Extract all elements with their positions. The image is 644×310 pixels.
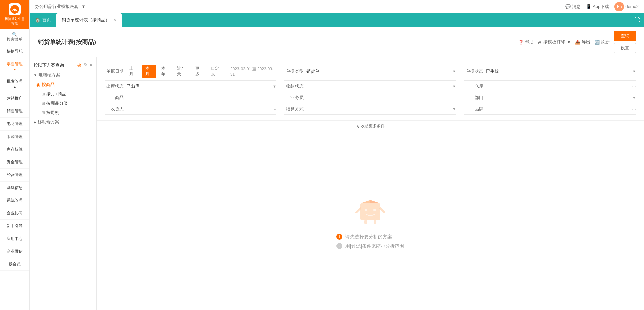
filter-brand: 品牌 ···: [464, 103, 636, 115]
goods-more[interactable]: ···: [272, 95, 276, 100]
edit-scheme-icon[interactable]: ✎: [84, 62, 88, 68]
date-btn-custom[interactable]: 自定义: [208, 65, 226, 78]
filter-staff: 业务员 ···: [284, 92, 456, 103]
app-download-label: App下载: [593, 4, 609, 10]
tree-section-label: 电脑端方案: [38, 72, 60, 78]
message-button[interactable]: 💬 消息: [565, 4, 581, 10]
warehouse-value[interactable]: ···: [486, 84, 636, 89]
filter-area: 单据日期 上月 本月 本年 近7天 更多 自定义 2023-03-01 至 20…: [97, 57, 644, 120]
sidebar-item-retail[interactable]: 零售管理 ▼: [0, 58, 29, 75]
download-icon: 📱: [586, 4, 591, 9]
outbound-value[interactable]: 已出库 ▼: [126, 83, 276, 89]
retail-arrow: ▼: [13, 68, 17, 71]
sidebar-item-sales[interactable]: 销售管理: [0, 105, 29, 118]
app-download-button[interactable]: 📱 App下载: [586, 4, 609, 10]
collapse-panel-icon[interactable]: «: [90, 62, 92, 68]
type-value[interactable]: 销货单 ▼: [306, 68, 456, 74]
staff-more[interactable]: ···: [452, 95, 456, 100]
receiver-value[interactable]: ···: [126, 106, 276, 112]
sidebar-item-ecommerce[interactable]: 电商管理: [0, 118, 29, 131]
sidebar: 畅捷通好生意 标版 🔍 搜索菜单 快捷导航 零售管理 ▼ 批发管理 ▲ 营销推广…: [0, 0, 30, 310]
filter-goods: 商品 ···: [105, 92, 276, 103]
sidebar-item-appcenter[interactable]: 应用中心: [0, 232, 29, 245]
help-button[interactable]: ❓ 帮助: [518, 39, 534, 45]
date-btn-7days[interactable]: 近7天: [174, 65, 190, 78]
settle-value[interactable]: ▼: [306, 107, 456, 111]
help-icon: ❓: [518, 40, 524, 45]
tree-item-by-category[interactable]: ⊞ 按商品分类: [30, 99, 96, 108]
brand-more[interactable]: ···: [632, 106, 636, 112]
search-menu[interactable]: 🔍 搜索菜单: [0, 29, 29, 45]
svg-point-5: [365, 209, 367, 211]
settle-label: 结算方式: [284, 106, 306, 112]
left-panel-actions: ⊕ ✎ «: [77, 62, 92, 68]
status-value[interactable]: 已生效 ▼: [486, 68, 636, 74]
tab-minimize-icon[interactable]: ─: [628, 17, 632, 23]
tab-home-label: 首页: [42, 17, 51, 23]
status-label: 单据状态: [464, 68, 486, 74]
sidebar-quick-nav[interactable]: 快捷导航: [0, 45, 29, 58]
appcenter-label: 应用中心: [7, 236, 23, 242]
sidebar-item-system[interactable]: 系统管理: [0, 194, 29, 207]
main-panel: 单据日期 上月 本月 本年 近7天 更多 自定义 2023-03-01 至 20…: [97, 57, 644, 310]
receiver-more[interactable]: ···: [272, 106, 276, 112]
sidebar-item-basic[interactable]: 基础信息: [0, 182, 29, 194]
message-label: 消息: [572, 4, 581, 10]
date-btn-more[interactable]: 更多: [192, 65, 206, 78]
tree-item-by-driver[interactable]: ⊞ 按司机: [30, 108, 96, 117]
wholesale-label: 批发管理: [7, 79, 23, 84]
type-text: 销货单: [306, 68, 319, 74]
date-btn-this-year[interactable]: 本年: [158, 65, 172, 78]
sidebar-item-wholesale[interactable]: 批发管理 ▲: [0, 75, 29, 92]
settings-button[interactable]: 设置: [614, 43, 636, 53]
tab-home[interactable]: 🏠 首页: [30, 13, 56, 27]
export-label: 导出: [582, 39, 590, 45]
payment-value[interactable]: ▼: [306, 84, 456, 88]
sidebar-item-collab[interactable]: 企业协同: [0, 207, 29, 220]
print-arrow: ▼: [567, 40, 571, 45]
tree-item-by-goods[interactable]: ◉ 按商品: [30, 80, 96, 89]
tree-item-by-month-goods[interactable]: ⊞ 按月+商品: [30, 89, 96, 99]
avatar: Ea: [614, 2, 624, 11]
sidebar-item-wechat[interactable]: 企业微信: [0, 245, 29, 258]
tab-close-button[interactable]: ✕: [113, 18, 116, 22]
sidebar-item-purchase[interactable]: 采购管理: [0, 131, 29, 143]
user-profile-button[interactable]: Ea demo2: [614, 2, 639, 11]
print-button[interactable]: 🖨 按模板打印 ▼: [538, 39, 571, 45]
warehouse-label: 仓库: [464, 83, 486, 89]
empty-illustration: [350, 192, 390, 225]
brand-value[interactable]: ···: [486, 106, 636, 112]
date-btn-this-month[interactable]: 本月: [142, 65, 156, 78]
sidebar-item-finance[interactable]: 资金管理: [0, 156, 29, 169]
date-btn-last-month[interactable]: 上月: [126, 65, 140, 78]
sidebar-item-inventory[interactable]: 库存核算: [0, 143, 29, 156]
goods-value[interactable]: ···: [126, 95, 276, 100]
dept-value[interactable]: ▼: [486, 96, 636, 100]
logo-icon: [9, 3, 21, 15]
payment-arrow: ▼: [452, 84, 456, 88]
app-logo: 畅捷通好生意 标版: [0, 0, 30, 29]
export-button[interactable]: 📤 导出: [575, 39, 590, 45]
wechat-label: 企业微信: [7, 249, 23, 254]
refresh-button[interactable]: 🔄 刷新: [594, 39, 610, 45]
collab-label: 企业协同: [7, 210, 23, 216]
tree-item-label: 按商品: [42, 82, 55, 88]
sidebar-item-newbie[interactable]: 新手引导: [0, 220, 29, 232]
sidebar-item-operation[interactable]: 经营管理: [0, 169, 29, 182]
body-content: 按以下方案查询 ⊕ ✎ « ▼ 电脑端方案 ◉ 按商品: [30, 57, 644, 310]
tab-current[interactable]: 销货单统计表（按商品） ✕: [56, 13, 122, 27]
search-label: 搜索菜单: [2, 37, 27, 42]
add-scheme-icon[interactable]: ⊕: [77, 62, 82, 68]
query-button[interactable]: 查询: [614, 31, 636, 41]
sidebar-item-member[interactable]: 畅会员: [0, 258, 29, 271]
filter-date: 单据日期 上月 本月 本年 近7天 更多 自定义 2023-03-01 至 20…: [105, 63, 276, 81]
app-subtitle: 标版: [11, 21, 18, 26]
tip-2: 2 用[过滤]条件来缩小分析范围: [336, 241, 404, 251]
collapse-bar[interactable]: ∧ 收起更多条件: [97, 120, 644, 132]
sidebar-item-marketing[interactable]: 营销推广: [0, 92, 29, 105]
app-name: 畅捷通好生意: [5, 17, 25, 21]
main-area: 办公用品行业模拟账套 ▼ 💬 消息 📱 App下载 Ea demo2 🏠 首页 …: [30, 0, 644, 310]
warehouse-more[interactable]: ···: [632, 84, 636, 89]
staff-value[interactable]: ···: [306, 95, 456, 100]
tab-maximize-icon[interactable]: ⛶: [635, 17, 640, 23]
